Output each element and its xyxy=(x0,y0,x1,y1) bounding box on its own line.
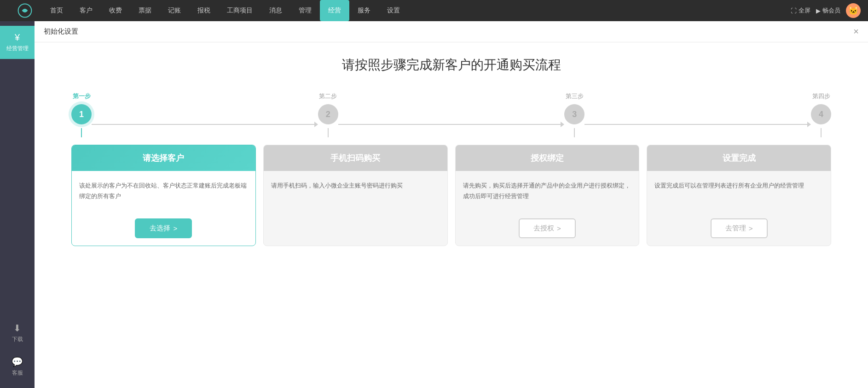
step-4-circle: 4 xyxy=(811,104,831,124)
nav-settings[interactable]: 设置 xyxy=(379,0,408,21)
support-icon: 💬 xyxy=(12,356,23,367)
nav-operations[interactable]: 经营 xyxy=(320,0,349,21)
fullscreen-btn[interactable]: ⛶ 全屏 xyxy=(791,6,810,15)
card-1-header: 请选择客户 xyxy=(72,145,255,171)
cards-grid: 请选择客户 该处展示的客户为不在回收站、客户状态正常建账后完成老板端绑定的所有客… xyxy=(71,145,831,246)
step-1-connector-down xyxy=(81,128,82,137)
arrow-1-2 xyxy=(92,122,318,127)
step-1-label: 第一步 xyxy=(73,92,91,100)
sidebar-item-support[interactable]: 💬 客服 xyxy=(0,350,35,383)
card-2-body: 请用手机扫码，输入小微企业主账号密码进行购买 xyxy=(264,171,447,231)
step-4-connector-down xyxy=(821,128,822,137)
card-3-header: 授权绑定 xyxy=(456,145,639,171)
main-content: 初始化设置 × 请按照步骤完成新客户的开通购买流程 第一步 1 xyxy=(35,21,868,388)
step-4-indicator: 第四步 4 xyxy=(811,92,831,137)
card-1-footer: 去选择 > xyxy=(72,211,255,246)
nav-customer[interactable]: 客户 xyxy=(71,0,101,21)
go-select-button[interactable]: 去选择 > xyxy=(135,218,192,238)
app-logo xyxy=(7,3,42,18)
top-navigation: 首页 客户 收费 票据 记账 报税 工商项目 消息 管理 经营 服务 设置 ⛶ … xyxy=(0,0,868,21)
arrow-3-4 xyxy=(584,122,811,127)
yuan-icon: ¥ xyxy=(15,32,20,43)
page-title: 初始化设置 xyxy=(44,27,78,36)
member-icon: ▶ xyxy=(816,7,821,14)
nav-messages[interactable]: 消息 xyxy=(261,0,290,21)
member-btn[interactable]: ▶ 畅会员 xyxy=(816,6,840,15)
step-2-label: 第二步 xyxy=(319,92,337,100)
go-manage-button[interactable]: 去管理 > xyxy=(711,218,768,238)
setup-content: 请按照步骤完成新客户的开通购买流程 第一步 1 第二步 2 xyxy=(35,42,868,388)
nav-right: ⛶ 全屏 ▶ 畅会员 🐱 xyxy=(791,3,861,18)
card-4-footer: 去管理 > xyxy=(647,211,831,246)
step-card-4: 设置完成 设置完成后可以在管理列表进行所有企业用户的经营管理 去管理 > xyxy=(647,145,831,246)
main-layout: ¥ 经营管理 ⬇ 下载 💬 客服 初始化设置 × 请按照步骤完成新客户的开通购买… xyxy=(0,21,868,388)
step-4-label: 第四步 xyxy=(812,92,830,100)
step-1-indicator: 第一步 1 xyxy=(71,92,92,137)
nav-fees[interactable]: 收费 xyxy=(101,0,130,21)
nav-industrial[interactable]: 工商项目 xyxy=(219,0,261,21)
arrow-right-icon-3: > xyxy=(557,224,561,232)
nav-home[interactable]: 首页 xyxy=(42,0,71,21)
sidebar-item-download[interactable]: ⬇ 下载 xyxy=(0,316,35,350)
step-3-circle: 3 xyxy=(564,104,584,124)
user-avatar[interactable]: 🐱 xyxy=(846,3,861,18)
arrow-2-3 xyxy=(338,122,565,127)
step-3-label: 第三步 xyxy=(566,92,584,100)
card-3-footer: 去授权 > xyxy=(456,211,639,246)
step-card-1: 请选择客户 该处展示的客户为不在回收站、客户状态正常建账后完成老板端绑定的所有客… xyxy=(71,145,256,246)
step-3-indicator: 第三步 3 xyxy=(564,92,584,137)
sidebar-item-operations[interactable]: ¥ 经营管理 xyxy=(0,26,35,59)
sidebar: ¥ 经营管理 ⬇ 下载 💬 客服 xyxy=(0,21,35,388)
nav-management[interactable]: 管理 xyxy=(290,0,320,21)
card-3-body: 请先购买，购买后选择开通的产品中的企业用户进行授权绑定，成功后即可进行经营管理 xyxy=(456,171,639,211)
close-button[interactable]: × xyxy=(853,26,859,37)
card-4-body: 设置完成后可以在管理列表进行所有企业用户的经营管理 xyxy=(647,171,831,211)
card-1-body: 该处展示的客户为不在回收站、客户状态正常建账后完成老板端绑定的所有客户 xyxy=(72,171,255,211)
arrow-right-icon: > xyxy=(173,224,177,232)
card-2-header: 手机扫码购买 xyxy=(264,145,447,171)
step-1-circle: 1 xyxy=(71,104,92,124)
steps-visual: 第一步 1 第二步 2 xyxy=(71,92,831,137)
step-2-circle: 2 xyxy=(318,104,338,124)
card-4-header: 设置完成 xyxy=(647,145,831,171)
nav-services[interactable]: 服务 xyxy=(349,0,379,21)
page-header: 初始化设置 × xyxy=(35,21,868,42)
step-card-3: 授权绑定 请先购买，购买后选择开通的产品中的企业用户进行授权绑定，成功后即可进行… xyxy=(455,145,640,246)
step-2-indicator: 第二步 2 xyxy=(318,92,338,137)
go-authorize-button[interactable]: 去授权 > xyxy=(519,218,576,238)
step-card-2: 手机扫码购买 请用手机扫码，输入小微企业主账号密码进行购买 xyxy=(263,145,448,246)
download-icon: ⬇ xyxy=(13,323,21,334)
nav-accounting[interactable]: 记账 xyxy=(160,0,189,21)
nav-items: 首页 客户 收费 票据 记账 报税 工商项目 消息 管理 经营 服务 设置 xyxy=(42,0,791,21)
card-2-footer xyxy=(264,231,447,246)
sidebar-bottom: ⬇ 下载 💬 客服 xyxy=(0,316,35,388)
setup-heading: 请按照步骤完成新客户的开通购买流程 xyxy=(62,56,840,74)
arrow-right-icon-4: > xyxy=(749,224,753,232)
nav-tax[interactable]: 报税 xyxy=(189,0,219,21)
step-2-connector-down xyxy=(328,128,329,137)
nav-bills[interactable]: 票据 xyxy=(130,0,160,21)
fullscreen-icon: ⛶ xyxy=(791,7,797,14)
step-3-connector-down xyxy=(574,128,575,137)
